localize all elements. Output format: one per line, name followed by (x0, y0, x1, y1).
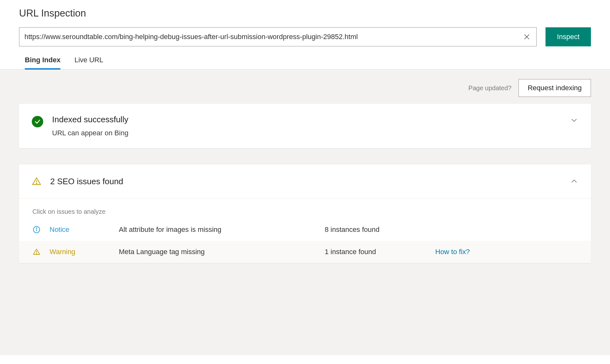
close-icon (523, 33, 530, 40)
index-status-title: Indexed successfully (52, 115, 561, 125)
warning-triangle-icon (32, 248, 41, 256)
warning-triangle-icon (32, 177, 41, 186)
index-status-card: Indexed successfully URL can appear on B… (19, 104, 591, 148)
issue-severity: Warning (50, 248, 110, 256)
info-icon (32, 226, 41, 234)
issue-count: 1 instance found (325, 248, 426, 256)
seo-issues-title: 2 SEO issues found (50, 177, 561, 186)
issue-fix-link[interactable]: How to fix? (435, 248, 470, 256)
seo-help-text: Click on issues to analyze (32, 208, 578, 215)
inspect-button[interactable]: Inspect (546, 27, 591, 46)
svg-point-3 (36, 183, 37, 184)
page-updated-label: Page updated? (468, 84, 512, 92)
url-input-container (19, 27, 537, 46)
issue-severity: Notice (50, 226, 110, 234)
seo-issue-row[interactable]: Warning Meta Language tag missing 1 inst… (19, 241, 591, 263)
seo-issues-card: 2 SEO issues found Click on issues to an… (19, 165, 591, 263)
chevron-down-icon (570, 115, 578, 125)
clear-url-button[interactable] (522, 32, 531, 41)
request-indexing-button[interactable]: Request indexing (518, 79, 591, 97)
seo-issues-header[interactable]: 2 SEO issues found (19, 165, 591, 199)
tab-live-url[interactable]: Live URL (74, 53, 103, 69)
url-input[interactable] (24, 33, 522, 41)
seo-issue-row[interactable]: Notice Alt attribute for images is missi… (32, 219, 578, 241)
tabs: Bing Index Live URL (19, 53, 591, 69)
issue-description: Alt attribute for images is missing (119, 226, 316, 234)
issue-description: Meta Language tag missing (119, 248, 316, 256)
issue-count: 8 instances found (325, 226, 426, 234)
index-status-header[interactable]: Indexed successfully URL can appear on B… (19, 104, 591, 148)
success-check-icon (32, 116, 43, 127)
chevron-up-icon (570, 176, 578, 187)
page-title: URL Inspection (19, 8, 591, 19)
index-status-subtitle: URL can appear on Bing (52, 129, 561, 137)
tab-bing-index[interactable]: Bing Index (25, 53, 60, 69)
svg-point-6 (36, 228, 37, 229)
svg-point-8 (36, 253, 37, 254)
